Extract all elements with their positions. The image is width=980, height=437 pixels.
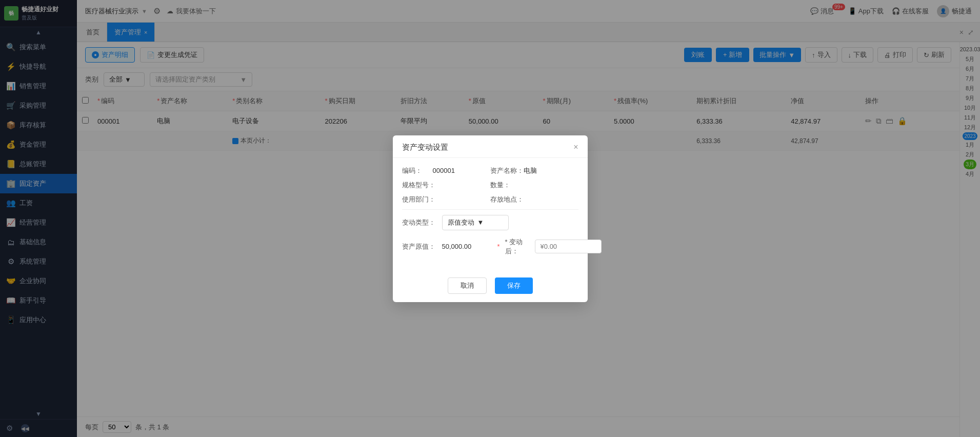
- required-star: *: [497, 243, 500, 250]
- code-label: 编码：: [402, 166, 433, 175]
- dialog-divider: [402, 209, 578, 210]
- dialog-row-2: 规格型号： 数量：: [402, 181, 578, 190]
- dialog-change-type-row: 变动类型： 原值变动 ▼: [402, 215, 578, 230]
- dialog-col-dept: 使用部门：: [402, 195, 490, 204]
- modal-overlay: 资产变动设置 × 编码： 000001 资产名称： 电脑 规格型号：: [0, 0, 980, 437]
- dialog-value-row: 资产原值： 50,000.00 * * 变动后：: [402, 237, 578, 256]
- dialog-header: 资产变动设置 ×: [393, 135, 588, 158]
- dept-label: 使用部门：: [402, 195, 435, 204]
- quantity-label: 数量：: [490, 181, 521, 190]
- dialog-col-location: 存放地点：: [490, 195, 578, 204]
- dialog-col-quantity: 数量：: [490, 181, 578, 190]
- cancel-button[interactable]: 取消: [448, 277, 487, 294]
- code-value: 000001: [433, 167, 455, 174]
- change-type-select[interactable]: 原值变动 ▼: [442, 215, 509, 230]
- asset-name-label: 资产名称：: [490, 166, 524, 175]
- dialog-col-spec: 规格型号：: [402, 181, 490, 190]
- after-change-input[interactable]: [535, 240, 602, 253]
- change-type-chevron-icon: ▼: [477, 218, 484, 226]
- asset-name-value: 电脑: [524, 166, 537, 175]
- dialog-title: 资产变动设置: [402, 143, 448, 152]
- original-value-label: 资产原值：: [402, 242, 438, 251]
- change-type-label: 变动类型：: [402, 218, 438, 227]
- dialog-col-code: 编码： 000001: [402, 166, 490, 175]
- asset-change-dialog: 资产变动设置 × 编码： 000001 资产名称： 电脑 规格型号：: [393, 135, 588, 302]
- save-button[interactable]: 保存: [495, 277, 533, 294]
- dialog-close-icon[interactable]: ×: [573, 143, 578, 152]
- dialog-body: 编码： 000001 资产名称： 电脑 规格型号： 数量：: [393, 158, 588, 271]
- location-label: 存放地点：: [490, 195, 524, 204]
- dialog-row-3: 使用部门： 存放地点：: [402, 195, 578, 204]
- dialog-row-1: 编码： 000001 资产名称： 电脑: [402, 166, 578, 175]
- spec-label: 规格型号：: [402, 181, 435, 190]
- dialog-footer: 取消 保存: [393, 271, 588, 302]
- original-value: 50,000.00: [442, 243, 493, 250]
- change-type-value: 原值变动: [448, 218, 474, 227]
- dialog-col-asset-name: 资产名称： 电脑: [490, 166, 578, 175]
- after-change-label: * 变动后：: [505, 237, 531, 256]
